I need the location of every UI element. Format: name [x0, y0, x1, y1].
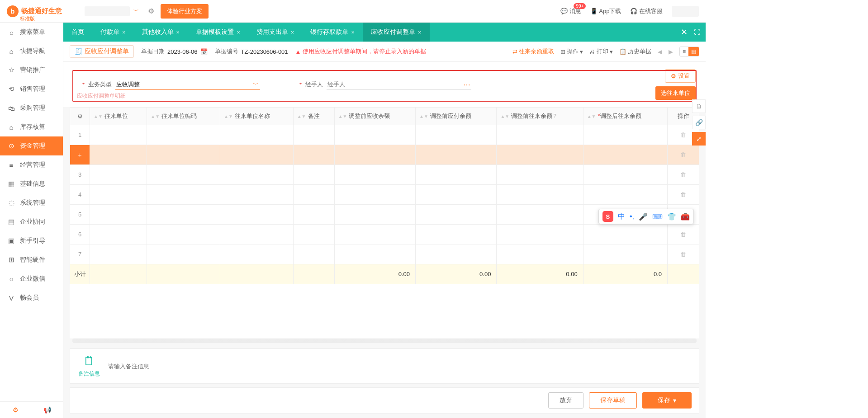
tab-6[interactable]: 应收应付调整单×	[363, 23, 430, 42]
sidebar-item-10[interactable]: ▤企业协同	[0, 212, 63, 231]
col-3[interactable]: ▲▼备注	[293, 108, 334, 125]
next-arrow-icon[interactable]: ▶	[669, 48, 673, 55]
app-download-link[interactable]: 📱 App下载	[590, 7, 621, 15]
sidebar-item-11[interactable]: ▣新手引导	[0, 231, 63, 250]
sort-icon[interactable]: ▲▼	[587, 115, 596, 118]
handler-input[interactable]	[327, 79, 471, 90]
calendar-icon[interactable]: 📅	[200, 48, 208, 55]
delete-icon[interactable]: 🗑	[680, 171, 686, 178]
table-row[interactable]: 4🗑	[70, 185, 699, 205]
col-0[interactable]: ▲▼往来单位	[90, 108, 147, 125]
tab-4[interactable]: 费用支出单×	[248, 23, 303, 42]
sidebar-item-2[interactable]: ☆营销推广	[0, 61, 63, 80]
ime-lang[interactable]: 中	[618, 212, 625, 221]
view-card-icon[interactable]: ▦	[688, 47, 699, 56]
col-7[interactable]: ▲▼*调整后往来余额	[583, 108, 667, 125]
reget-balance-link[interactable]: ⇄ 往来余额重取	[512, 47, 554, 56]
sidebar-item-12[interactable]: ⊞智能硬件	[0, 250, 63, 269]
col-5[interactable]: ▲▼调整前应付余额	[416, 108, 497, 125]
close-icon[interactable]: ×	[351, 29, 355, 36]
tab-0[interactable]: 首页	[63, 23, 92, 42]
col-4[interactable]: ▲▼调整前应收余额	[334, 108, 415, 125]
ime-mic-icon[interactable]: 🎤	[639, 212, 648, 221]
delete-icon[interactable]: 🗑	[680, 132, 686, 138]
ime-keyboard-icon[interactable]: ⌨	[652, 212, 663, 221]
view-list-icon[interactable]: ≡	[680, 47, 688, 56]
print-menu[interactable]: 🖨 打印 ▾	[589, 47, 613, 56]
rail-expand-icon[interactable]: ⤢	[692, 132, 706, 146]
help-icon[interactable]: ?	[553, 113, 556, 119]
sort-icon[interactable]: ▲▼	[224, 115, 233, 118]
sidebar-item-0[interactable]: ⌕搜索菜单	[0, 23, 63, 42]
view-toggle[interactable]: ≡ ▦	[679, 47, 699, 56]
sidebar-item-4[interactable]: 🛍采购管理	[0, 99, 63, 117]
delete-icon[interactable]: 🗑	[680, 151, 686, 158]
table-row[interactable]: 3🗑	[70, 165, 699, 185]
trial-button[interactable]: 体验行业方案	[161, 4, 209, 19]
tab-2[interactable]: 其他收入单×	[134, 23, 188, 42]
close-icon[interactable]: ×	[122, 29, 126, 36]
prev-arrow-icon[interactable]: ◀	[658, 48, 662, 55]
ime-punct-icon[interactable]: •,	[630, 212, 634, 221]
user-avatar[interactable]	[672, 6, 699, 17]
tab-1[interactable]: 付款单×	[92, 23, 134, 42]
table-row[interactable]: 7🗑	[70, 244, 699, 264]
tab-expand-icon[interactable]: ⛶	[694, 28, 700, 36]
col-gear[interactable]: ⚙	[70, 108, 90, 125]
sidebar-collapse[interactable]: ⚙	[0, 402, 32, 418]
sidebar-item-8[interactable]: ▦基础信息	[0, 174, 63, 193]
sort-icon[interactable]: ▲▼	[94, 115, 103, 118]
delete-icon[interactable]: 🗑	[680, 191, 686, 198]
sidebar-item-9[interactable]: ◌系统管理	[0, 193, 63, 212]
sidebar-item-14[interactable]: V畅会员	[0, 288, 63, 307]
save-draft-button[interactable]: 保存草稿	[589, 392, 637, 409]
support-link[interactable]: 🎧 在线客服	[630, 7, 663, 15]
warning-banner: ▲ 使用应收应付调整单期间，请停止录入新的单据	[295, 47, 427, 56]
close-icon[interactable]: ×	[237, 29, 240, 36]
tab-close-all[interactable]: ✕	[681, 27, 688, 37]
table-row[interactable]: 1🗑	[70, 125, 699, 145]
sidebar-item-3[interactable]: ⟲销售管理	[0, 80, 63, 99]
add-row-icon[interactable]: +	[76, 150, 85, 160]
horizontal-scrollbar[interactable]	[72, 338, 697, 343]
discard-button[interactable]: 放弃	[548, 392, 583, 409]
sidebar-item-7[interactable]: ≡经营管理	[0, 155, 63, 174]
ime-toolbar[interactable]: S 中 •, 🎤 ⌨ 👕 🧰	[598, 209, 694, 224]
sidebar-item-13[interactable]: ○企业微信	[0, 269, 63, 288]
sort-icon[interactable]: ▲▼	[297, 115, 306, 118]
col-1[interactable]: ▲▼往来单位编码	[147, 108, 220, 125]
sort-icon[interactable]: ▲▼	[419, 115, 428, 118]
save-button[interactable]: 保存▾	[642, 392, 692, 409]
sort-icon[interactable]: ▲▼	[151, 115, 160, 118]
remark-input[interactable]	[108, 363, 691, 370]
ime-tool-icon[interactable]: 🧰	[681, 212, 690, 221]
sort-icon[interactable]: ▲▼	[338, 115, 347, 118]
biz-type-select[interactable]	[115, 79, 260, 90]
rail-link-icon[interactable]: 🔗	[692, 116, 706, 129]
table-row[interactable]: +🗑	[70, 145, 699, 165]
table-row[interactable]: 6🗑	[70, 225, 699, 244]
close-icon[interactable]: ×	[176, 29, 180, 36]
company-selector[interactable]: ﹀	[85, 6, 139, 16]
sidebar-item-5[interactable]: ⌂库存核算	[0, 117, 63, 136]
sidebar-item-6[interactable]: ⊙资金管理	[0, 136, 63, 155]
close-icon[interactable]: ×	[291, 29, 294, 36]
gear-icon[interactable]: ⚙	[148, 7, 154, 15]
col-6[interactable]: ▲▼调整前往来余额?	[497, 108, 583, 125]
delete-icon[interactable]: 🗑	[680, 251, 686, 258]
date-value[interactable]: 2023-06-06	[167, 48, 198, 55]
sidebar-icon: ▦	[7, 180, 15, 188]
ime-skin-icon[interactable]: 👕	[667, 212, 676, 221]
tab-3[interactable]: 单据模板设置×	[188, 23, 248, 42]
sidebar-item-1[interactable]: ⌂快捷导航	[0, 42, 63, 61]
messages-link[interactable]: 💬 消息 99+	[560, 7, 581, 15]
operate-menu[interactable]: ⊞ 操作 ▾	[560, 47, 583, 56]
close-icon[interactable]: ×	[418, 29, 422, 36]
history-link[interactable]: 📋 历史单据	[619, 47, 651, 56]
delete-icon[interactable]: 🗑	[680, 231, 686, 238]
rail-note-icon[interactable]: 🗎	[692, 99, 706, 113]
sort-icon[interactable]: ▲▼	[500, 115, 509, 118]
tab-5[interactable]: 银行存取款单×	[302, 23, 363, 42]
col-2[interactable]: ▲▼往来单位名称	[220, 108, 294, 125]
sidebar-sound[interactable]: 📢	[32, 402, 63, 418]
